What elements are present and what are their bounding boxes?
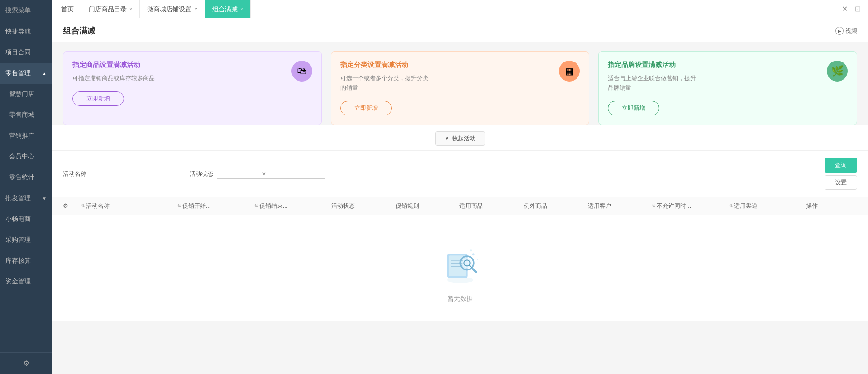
th-action: 操作 <box>806 202 857 210</box>
window-maximize-button[interactable]: ⊡ <box>853 5 863 13</box>
window-close-button[interactable]: ✕ <box>840 5 849 13</box>
svg-point-11 <box>472 253 474 255</box>
empty-text: 暂无数据 <box>448 295 473 303</box>
sidebar-item-retail-mgmt[interactable]: 零售管理 ▲ <box>0 63 52 84</box>
sidebar-item-project-contract[interactable]: 项目合同 <box>0 42 52 63</box>
th-channel[interactable]: ⇅ 适用渠道 <box>729 202 806 210</box>
th-end[interactable]: ⇅ 促销结束... <box>254 202 331 210</box>
page-header: 组合满减 ▶ 视频 <box>52 18 868 42</box>
product-card-add-button[interactable]: 立即新增 <box>72 91 124 106</box>
th-status: 活动状态 <box>331 202 396 210</box>
brand-card-desc: 适合与上游企业联合做营销，提升品牌销量 <box>608 74 698 93</box>
sidebar-item-wholesale-mgmt[interactable]: 批发管理 ▼ <box>0 188 52 209</box>
table-area: ⚙ ⇅ 活动名称 ⇅ 促销开始... ⇅ 促销结束... 活动状态 <box>52 197 868 321</box>
collapse-activities-button[interactable]: ∧ 收起活动 <box>435 131 485 146</box>
settings-icon[interactable]: ⚙ <box>23 359 29 368</box>
category-card-icon: ▦ <box>559 61 580 82</box>
sidebar: 搜索菜单 快捷导航 项目合同 零售管理 ▲ 智慧门店 零售商城 营销推广 会员中… <box>0 0 52 374</box>
tab-combo-discount[interactable]: 组合满减 × <box>205 0 251 18</box>
promo-card-category: ▦ 指定分类设置满减活动 可选一个或者多个分类，提升分类的销量 立即新增 <box>331 51 590 125</box>
tabs-right: ✕ ⊡ <box>840 5 868 13</box>
sidebar-item-xiaochang[interactable]: 小畅电商 <box>0 209 52 230</box>
category-card-desc: 可选一个或者多个分类，提升分类的销量 <box>340 74 431 93</box>
category-card-add-button[interactable]: 立即新增 <box>340 101 392 115</box>
th-gear[interactable]: ⚙ <box>63 202 81 209</box>
brand-card-title: 指定品牌设置满减活动 <box>608 61 848 69</box>
page-title: 组合满减 <box>63 25 95 36</box>
th-nodup[interactable]: ⇅ 不允许同时... <box>652 202 729 210</box>
promo-card-product: 🛍 指定商品设置满减活动 可指定滞销商品或库存较多商品 立即新增 <box>63 51 322 125</box>
filter-name-field: 活动名称 <box>63 168 181 179</box>
chevron-down-icon: ∨ <box>262 170 266 177</box>
sidebar-item-member-center[interactable]: 会员中心 <box>0 146 52 167</box>
gear-icon: ⚙ <box>63 202 68 209</box>
empty-state: 暂无数据 <box>52 215 868 321</box>
svg-point-12 <box>476 258 477 259</box>
tab-wechat-store-close[interactable]: × <box>194 0 197 18</box>
promo-cards-area: 🛍 指定商品设置满减活动 可指定滞销商品或库存较多商品 立即新增 ▦ 指定分类设… <box>52 42 868 125</box>
product-card-icon: 🛍 <box>291 61 312 82</box>
table-header-row: ⚙ ⇅ 活动名称 ⇅ 促销开始... ⇅ 促销结束... 活动状态 <box>52 197 868 215</box>
sort-icon: ⇅ <box>729 203 733 208</box>
svg-point-13 <box>470 249 472 251</box>
svg-line-8 <box>472 268 476 272</box>
filter-status-field: 活动状态 ∨ <box>190 168 325 179</box>
settings-button[interactable]: 设置 <box>825 175 857 190</box>
sidebar-item-quick-nav[interactable]: 快捷导航 <box>0 21 52 42</box>
query-button[interactable]: 查询 <box>825 158 857 173</box>
product-card-title: 指定商品设置满减活动 <box>72 61 312 69</box>
filter-status-label: 活动状态 <box>190 170 213 178</box>
sort-icon: ⇅ <box>254 203 258 208</box>
brand-card-icon: 🌿 <box>827 61 848 82</box>
main-area: 首页 门店商品目录 × 微商城店铺设置 × 组合满减 × ✕ ⊡ 组合满减 ▶ … <box>52 0 868 374</box>
chevron-down-icon: ▼ <box>42 196 47 201</box>
sort-icon: ⇅ <box>177 203 181 208</box>
tab-store-catalog[interactable]: 门店商品目录 × <box>81 0 140 18</box>
filter-name-input[interactable] <box>90 168 181 179</box>
th-start[interactable]: ⇅ 促销开始... <box>177 202 254 210</box>
tab-home[interactable]: 首页 <box>52 0 81 18</box>
th-product: 适用商品 <box>459 202 524 210</box>
tabs-bar: 首页 门店商品目录 × 微商城店铺设置 × 组合满减 × ✕ ⊡ <box>52 0 868 18</box>
product-card-desc: 可指定滞销商品或库存较多商品 <box>72 74 163 83</box>
filter-area: 活动名称 活动状态 ∨ 查询 设置 <box>52 150 868 197</box>
tab-wechat-store-settings[interactable]: 微商城店铺设置 × <box>140 0 205 18</box>
sidebar-item-retail-stats[interactable]: 零售统计 <box>0 167 52 188</box>
empty-illustration <box>438 242 483 288</box>
sidebar-item-retail-mall[interactable]: 零售商城 <box>0 105 52 125</box>
sidebar-item-smart-store[interactable]: 智慧门店 <box>0 84 52 105</box>
promo-card-brand: 🌿 指定品牌设置满减活动 适合与上游企业联合做营销，提升品牌销量 立即新增 <box>598 51 857 125</box>
th-name[interactable]: ⇅ 活动名称 <box>81 202 177 210</box>
sort-icon: ⇅ <box>81 203 85 208</box>
chevron-up-icon: ▲ <box>42 71 47 76</box>
play-icon: ▶ <box>835 27 844 35</box>
tab-combo-discount-close[interactable]: × <box>240 0 243 18</box>
tab-store-catalog-close[interactable]: × <box>129 0 132 18</box>
sidebar-item-purchase-mgmt[interactable]: 采购管理 <box>0 230 52 250</box>
sidebar-item-marketing[interactable]: 营销推广 <box>0 125 52 146</box>
chevron-up-icon: ∧ <box>445 135 449 142</box>
filter-name-label: 活动名称 <box>63 170 86 178</box>
sidebar-bottom: ⚙ <box>0 352 52 374</box>
filter-buttons: 查询 设置 <box>825 158 857 190</box>
video-link[interactable]: ▶ 视频 <box>835 27 857 35</box>
sidebar-item-inventory[interactable]: 库存核算 <box>0 250 52 271</box>
th-except: 例外商品 <box>524 202 588 210</box>
collapse-bar: ∧ 收起活动 <box>52 125 868 150</box>
sidebar-item-finance[interactable]: 资金管理 <box>0 271 52 292</box>
brand-card-add-button[interactable]: 立即新增 <box>608 101 659 115</box>
th-rule: 促销规则 <box>396 202 460 210</box>
page-content: 组合满减 ▶ 视频 🛍 指定商品设置满减活动 可指定滞销商品或库存较多商品 立即… <box>52 18 868 374</box>
sidebar-search[interactable]: 搜索菜单 <box>0 0 52 21</box>
th-customer: 适用客户 <box>588 202 652 210</box>
category-card-title: 指定分类设置满减活动 <box>340 61 580 69</box>
filter-status-select[interactable]: ∨ <box>217 168 325 179</box>
sort-icon: ⇅ <box>652 203 655 208</box>
